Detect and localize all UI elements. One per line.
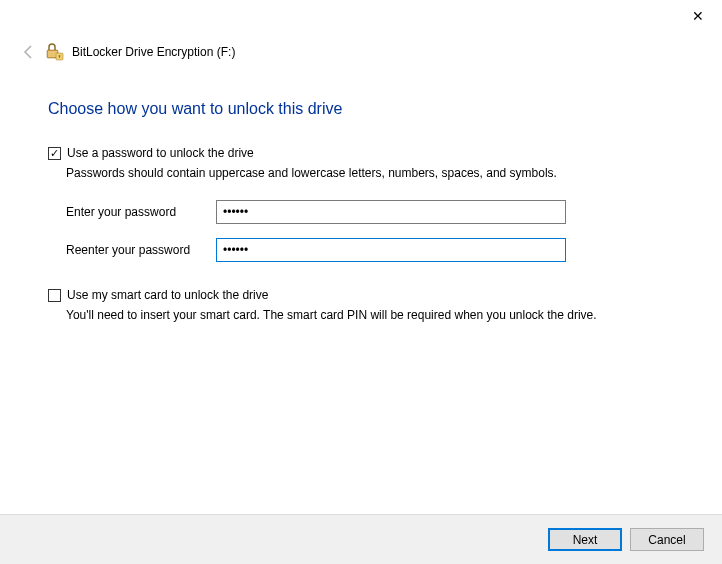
back-arrow-icon [20,43,38,61]
page-heading: Choose how you want to unlock this drive [48,100,682,118]
password-checkbox-label[interactable]: Use a password to unlock the drive [67,146,254,160]
close-button[interactable]: ✕ [688,6,708,26]
cancel-button[interactable]: Cancel [630,528,704,551]
reenter-password-input[interactable] [216,238,566,262]
smartcard-checkbox[interactable] [48,289,61,302]
footer: Next Cancel [0,514,722,564]
password-option-block: Use a password to unlock the drive Passw… [48,146,682,262]
svg-rect-1 [48,51,57,57]
smartcard-checkbox-row: Use my smart card to unlock the drive [48,288,682,302]
reenter-password-row: Reenter your password [66,238,682,262]
svg-rect-4 [59,56,60,58]
reenter-password-label: Reenter your password [66,243,216,257]
enter-password-input[interactable] [216,200,566,224]
next-button[interactable]: Next [548,528,622,551]
smartcard-checkbox-label[interactable]: Use my smart card to unlock the drive [67,288,268,302]
smartcard-option-block: Use my smart card to unlock the drive Yo… [48,288,682,322]
window-title: BitLocker Drive Encryption (F:) [72,45,235,59]
smartcard-hint: You'll need to insert your smart card. T… [66,308,682,322]
enter-password-row: Enter your password [66,200,682,224]
password-hint: Passwords should contain uppercase and l… [66,166,682,180]
bitlocker-icon [46,43,64,61]
password-checkbox[interactable] [48,147,61,160]
header: BitLocker Drive Encryption (F:) [20,43,235,61]
password-checkbox-row: Use a password to unlock the drive [48,146,682,160]
enter-password-label: Enter your password [66,205,216,219]
content-area: Choose how you want to unlock this drive… [48,100,682,342]
